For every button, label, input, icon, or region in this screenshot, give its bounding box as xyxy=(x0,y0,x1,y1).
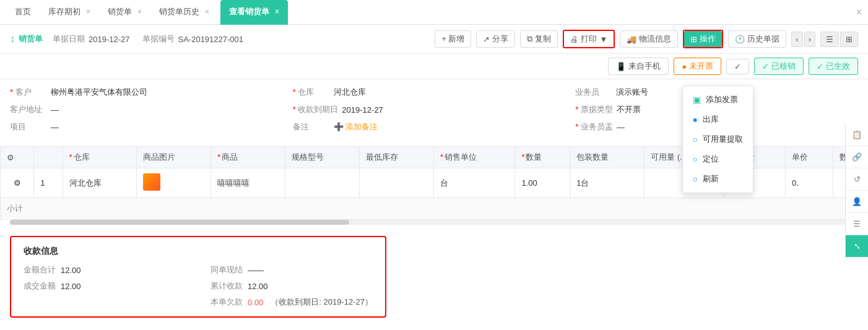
row-quantity: 1.00 xyxy=(515,168,570,198)
add-invoice-icon: ▣ xyxy=(693,95,701,105)
subtotal-row: 小计 xyxy=(1,198,868,220)
tab-sales-history-label: 销货单历史 xyxy=(159,6,199,17)
tab-bar: 首页 库存期初 × 销货单 × 销货单历史 × 查看销货单 × × xyxy=(0,0,868,25)
add-note-label: 添加备注 xyxy=(345,122,378,131)
doc-header: ↕ 销货单 单据日期 2019-12-27 单据编号 SA-20191227-0… xyxy=(0,25,868,54)
add-note-button[interactable]: ➕ 添加备注 xyxy=(334,121,378,132)
next-button[interactable]: › xyxy=(804,32,815,47)
print-button[interactable]: 🖨 打印 ▼ xyxy=(563,30,615,48)
table-scrollbar[interactable] xyxy=(10,220,858,225)
add-button[interactable]: + 新增 xyxy=(435,30,471,48)
row-product-image xyxy=(137,168,211,198)
tab-view-sales[interactable]: 查看销货单 × xyxy=(220,0,288,25)
sidebar-icon-link[interactable]: 🔗 xyxy=(846,146,868,168)
print-icon: 🖨 xyxy=(570,35,578,44)
row-spec xyxy=(285,168,360,198)
col-settings[interactable]: ⚙ xyxy=(1,147,34,168)
scrollbar-thumb[interactable] xyxy=(10,220,349,225)
customer-label: 客户 xyxy=(10,87,47,98)
cumulative-receipt-item: 累计收款 12.00 xyxy=(210,280,373,292)
ticket-type-value: 不开票 xyxy=(617,104,641,115)
verified-badge: ✓ 已核销 xyxy=(754,58,804,75)
project-label: 项目 xyxy=(10,121,47,132)
total-amount-item: 金额合计 12.00 xyxy=(24,264,186,276)
doc-date-field: 单据日期 2019-12-27 xyxy=(53,33,130,45)
due-date-note: （收款到期日: 2019-12-27） xyxy=(271,297,373,308)
window-close-button[interactable]: × xyxy=(856,7,862,18)
logistics-icon: 🚚 xyxy=(627,35,636,44)
due-date-field: 收款到期日 2019-12-27 xyxy=(293,104,576,115)
dropdown-add-invoice[interactable]: ▣ 添加发票 xyxy=(683,90,753,110)
sidebar-icon-clipboard[interactable]: 📋 xyxy=(846,124,868,146)
tab-inventory-init-close[interactable]: × xyxy=(86,7,90,16)
payment-grid: 金额合计 12.00 同单现结 —— 成交金额 12.00 累计收款 12.00… xyxy=(24,264,373,308)
view-toggle: ☰ ⊞ xyxy=(820,32,858,47)
list-view-button[interactable]: ☰ xyxy=(820,32,839,47)
confirm-button[interactable]: ✓ xyxy=(726,59,749,74)
cumulative-receipt-value: 12.00 xyxy=(248,282,268,291)
locate-icon: ○ xyxy=(693,154,698,164)
customer-value: 柳州粤港平安气体有限公司 xyxy=(51,87,147,98)
logistics-button[interactable]: 🚚 物流信息 xyxy=(620,30,678,48)
dropdown-refresh[interactable]: ○ 刷新 xyxy=(683,169,753,189)
row-settings[interactable]: ⚙ xyxy=(1,168,34,198)
row-num: 1 xyxy=(34,168,63,198)
doc-title: ↕ 销货单 xyxy=(10,33,43,45)
subtotal-cell: 小计 xyxy=(1,198,868,220)
deal-amount-value: 12.00 xyxy=(61,282,81,291)
address-value: — xyxy=(51,105,59,115)
copy-label: 复制 xyxy=(535,33,551,45)
tab-inventory-init[interactable]: 库存期初 × xyxy=(40,0,99,25)
toolbar2: 📱 来自手机 ● 未开票 ✓ ✓ 已核销 ✓ 已生效 xyxy=(0,54,868,79)
effective-label: 已生效 xyxy=(826,61,850,72)
grid-view-button[interactable]: ⊞ xyxy=(840,32,858,47)
tab-sales-order-label: 销货单 xyxy=(108,6,132,17)
payment-section: 收款信息 金额合计 12.00 同单现结 —— 成交金额 12.00 累计收款 … xyxy=(0,230,868,330)
row-min-stock xyxy=(360,168,434,198)
due-date-label: 收款到期日 xyxy=(293,104,339,115)
sidebar-icon-user[interactable]: 👤 xyxy=(846,191,868,213)
sidebar-icon-refresh[interactable]: ↺ xyxy=(846,168,868,191)
sidebar-icon-list[interactable]: ☰ xyxy=(846,213,868,235)
project-field: 项目 — xyxy=(10,121,293,132)
from-phone-button[interactable]: 📱 来自手机 xyxy=(608,58,669,75)
doc-type-icon: ↕ xyxy=(10,33,15,45)
same-order-settle-label: 同单现结 xyxy=(210,264,243,276)
doc-number-field: 单据编号 SA-20191227-001 xyxy=(142,33,244,45)
project-value: — xyxy=(51,123,59,132)
dropdown-available-pickup[interactable]: ○ 可用量提取 xyxy=(683,129,753,149)
share-button[interactable]: ↗ 分享 xyxy=(476,30,515,48)
operations-button[interactable]: ⊞ 操作 xyxy=(684,31,722,47)
cumulative-receipt-label: 累计收款 xyxy=(210,280,243,292)
tab-sales-order-close[interactable]: × xyxy=(137,7,142,16)
phone-icon: 📱 xyxy=(616,62,626,71)
not-open-button[interactable]: ● 未开票 xyxy=(674,58,721,75)
col-min-stock: 最低库存 xyxy=(360,147,434,168)
plus-icon: ➕ xyxy=(334,122,344,131)
verified-label: 已核销 xyxy=(771,61,796,72)
history-button[interactable]: 🕐 历史单据 xyxy=(728,30,786,48)
tab-home[interactable]: 首页 xyxy=(6,0,40,25)
doc-number-label: 单据编号 xyxy=(142,33,175,45)
prev-button[interactable]: ‹ xyxy=(791,32,802,47)
tab-view-sales-close[interactable]: × xyxy=(275,7,279,16)
sidebar-icon-expand[interactable]: ⤡ xyxy=(846,235,868,258)
dropdown-outbound[interactable]: ● 出库 xyxy=(683,110,753,129)
doc-date-value: 2019-12-27 xyxy=(89,35,130,44)
share-icon: ↗ xyxy=(483,35,490,44)
col-sales-unit: *销售单位 xyxy=(433,147,514,168)
effective-icon: ✓ xyxy=(817,62,823,71)
total-amount-label: 金额合计 xyxy=(24,264,56,276)
refresh-label: 刷新 xyxy=(703,173,719,185)
print-label: 打印 xyxy=(581,33,597,45)
tab-sales-history-close[interactable]: × xyxy=(205,7,209,16)
copy-button[interactable]: ⧉ 复制 xyxy=(520,30,558,48)
tab-sales-order[interactable]: 销货单 × xyxy=(99,0,150,25)
tab-sales-history[interactable]: 销货单历史 × xyxy=(150,0,218,25)
doc-date-label: 单据日期 xyxy=(53,33,85,45)
staff-label: 业务员 xyxy=(575,87,612,98)
col-warehouse: *仓库 xyxy=(63,147,137,168)
dropdown-locate[interactable]: ○ 定位 xyxy=(683,149,753,169)
total-amount-value: 12.00 xyxy=(61,266,81,275)
col-pack-qty: 包装数量 xyxy=(570,147,644,168)
